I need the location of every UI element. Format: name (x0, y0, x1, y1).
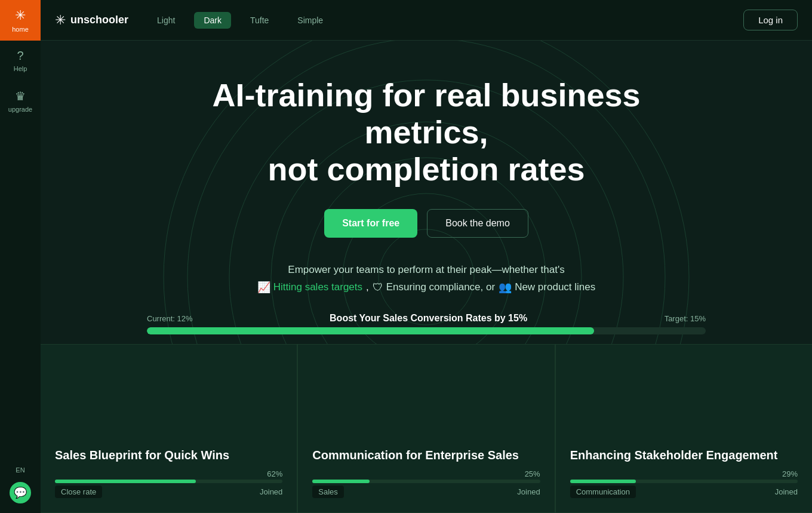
card-2-progress-bar (312, 480, 540, 483)
card-1-progress-fill (55, 480, 196, 483)
theme-tufte-button[interactable]: Tufte (241, 12, 278, 29)
sidebar-item-upgrade[interactable]: ♛ upgrade (0, 81, 41, 121)
sidebar-home[interactable]: ✳ home (0, 0, 41, 41)
chat-button[interactable]: 💬 (10, 482, 31, 503)
sidebar-help-label: Help (14, 65, 27, 72)
card-2-bottom: Sales Joined (312, 486, 540, 498)
card-3-title: Enhancing Stakeholder Engagement (570, 449, 798, 462)
theme-simple-button[interactable]: Simple (288, 12, 333, 29)
feature-sales: 📈 Hitting sales targets (257, 281, 362, 294)
boost-target-label: Target: 15% (665, 314, 706, 323)
card-2-joined: Joined (517, 487, 540, 496)
feature-compliance: 🛡 Ensuring compliance, or (373, 281, 495, 294)
cta-buttons: Start for free Book the demo (324, 209, 528, 238)
card-communication-enterprise: Communication for Enterprise Sales 25% S… (297, 344, 555, 513)
card-3-progress-fill (570, 480, 636, 483)
shield-icon: 🛡 (373, 281, 383, 294)
empower-text: Empower your teams to perform at their p… (288, 264, 564, 276)
card-3-pct: 29% (782, 469, 798, 478)
feature-product: 👥 New product lines (499, 281, 595, 294)
logo-star-icon: ✳ (55, 13, 66, 28)
feature-separator-1: , (366, 281, 369, 293)
boost-current-label: Current: 12% (147, 314, 193, 323)
boost-header: Current: 12% Boost Your Sales Conversion… (147, 313, 706, 324)
card-1-progress-bar (55, 480, 282, 483)
chat-icon: 💬 (14, 486, 27, 499)
product-icon: 👥 (499, 281, 512, 294)
sidebar-item-help[interactable]: ? Help (0, 41, 41, 81)
feature-product-label: New product lines (515, 281, 595, 293)
cards-section: Sales Blueprint for Quick Wins 62% Close… (41, 344, 812, 513)
book-demo-button[interactable]: Book the demo (427, 209, 528, 238)
chart-icon: 📈 (257, 281, 270, 294)
card-2-metric: Sales (312, 486, 344, 498)
top-navigation: ✳ unschooler Light Dark Tufte Simple Log… (41, 0, 812, 41)
card-2-title: Communication for Enterprise Sales (312, 449, 540, 462)
boost-bar-fill (147, 327, 594, 334)
theme-dark-button[interactable]: Dark (194, 12, 231, 29)
feature-compliance-label: Ensuring compliance, or (386, 281, 495, 293)
card-stakeholder-engagement: Enhancing Stakeholder Engagement 29% Com… (555, 344, 812, 513)
boost-title: Boost Your Sales Conversion Rates by 15% (193, 313, 665, 324)
feature-row: 📈 Hitting sales targets , 🛡 Ensuring com… (257, 281, 596, 294)
sidebar: ✳ home ? Help ♛ upgrade EN 💬 (0, 0, 41, 513)
logo-text: unschooler (70, 14, 128, 26)
card-1-pct-row: 62% (55, 469, 282, 478)
card-3-progress-bar (570, 480, 798, 483)
start-free-button[interactable]: Start for free (324, 209, 417, 238)
feature-sales-label: Hitting sales targets (273, 281, 362, 293)
card-1-bottom: Close rate Joined (55, 486, 282, 498)
sidebar-home-label: home (12, 26, 29, 33)
help-icon: ? (17, 49, 23, 63)
logo-area: ✳ unschooler (55, 13, 128, 28)
card-1-title: Sales Blueprint for Quick Wins (55, 449, 282, 462)
card-3-pct-row: 29% (570, 469, 798, 478)
language-badge[interactable]: EN (16, 463, 24, 477)
card-1-pct: 62% (267, 469, 282, 478)
crown-icon: ♛ (15, 89, 26, 103)
login-button[interactable]: Log in (743, 10, 798, 30)
card-2-progress-fill (312, 480, 369, 483)
svg-point-0 (379, 229, 474, 325)
star-icon: ✳ (15, 8, 26, 23)
hero-section: AI-training for real business metrics, n… (41, 41, 812, 513)
hero-title: AI-training for real business metrics, n… (158, 76, 695, 188)
card-2-pct-row: 25% (312, 469, 540, 478)
card-3-metric: Communication (570, 486, 636, 498)
hero-title-line1: AI-training for real business metrics, (212, 77, 640, 150)
boost-section: Current: 12% Boost Your Sales Conversion… (128, 313, 725, 334)
boost-progress-bar (147, 327, 706, 334)
sidebar-upgrade-label: upgrade (8, 106, 32, 113)
card-3-bottom: Communication Joined (570, 486, 798, 498)
card-sales-blueprint: Sales Blueprint for Quick Wins 62% Close… (41, 344, 297, 513)
card-3-joined: Joined (775, 487, 798, 496)
card-1-metric: Close rate (55, 486, 102, 498)
hero-title-line2: not completion rates (267, 151, 585, 187)
card-1-joined: Joined (260, 487, 282, 496)
sidebar-bottom: EN 💬 (10, 463, 31, 513)
main-content: ✳ unschooler Light Dark Tufte Simple Log… (41, 0, 812, 513)
card-2-pct: 25% (525, 469, 540, 478)
theme-light-button[interactable]: Light (147, 12, 184, 29)
